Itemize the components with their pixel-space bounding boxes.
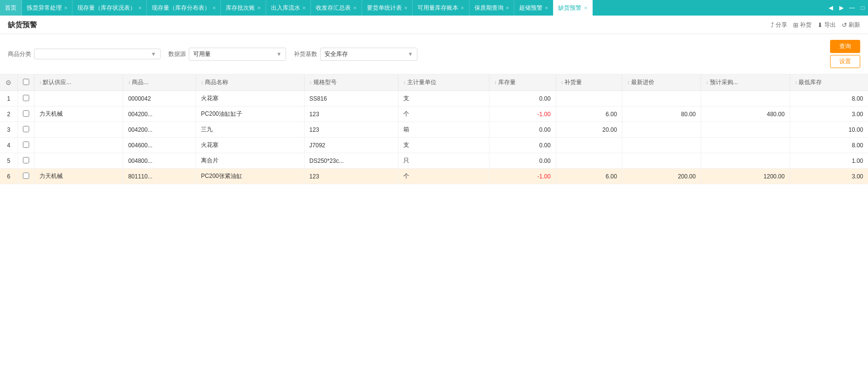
tab-requisition[interactable]: 要货单统计表 × — [362, 0, 413, 16]
tab-overstock-close[interactable]: × — [545, 5, 548, 11]
tab-available-ledger[interactable]: 可用量库存账本 × — [413, 0, 469, 16]
gear-icon[interactable]: ⚙ — [5, 79, 12, 87]
filter-actions: 查询 设置 — [830, 40, 860, 68]
cell-supplier-6: 力天机械 — [34, 169, 123, 184]
window-minimize[interactable]: — — [847, 0, 857, 16]
cell-inventory-1: 0.00 — [489, 91, 556, 106]
tab-nav-next[interactable]: ▶ — [836, 0, 847, 16]
tab-batch-account-close[interactable]: × — [257, 5, 260, 11]
tab-inventory-status-close[interactable]: × — [138, 5, 141, 11]
tab-inventory-dist[interactable]: 现存量（库存分布表） × — [147, 0, 221, 16]
refresh-button[interactable]: ↺ 刷新 — [842, 21, 860, 29]
cell-inventory-5: 0.00 — [489, 153, 556, 169]
tab-overstock[interactable]: 超储预警 × — [514, 0, 553, 16]
data-table: ⚙ 默认供应... 商品... 商品名称 规格型号 — [0, 74, 868, 184]
tab-inventory-status[interactable]: 现存量（库存状况表） × — [72, 0, 146, 16]
cell-latest-price-5 — [622, 153, 701, 169]
th-replenish-qty[interactable]: 补货量 — [556, 74, 622, 91]
row-check-4 — [18, 138, 34, 153]
cell-inventory-6: -1.00 — [489, 169, 556, 184]
query-button[interactable]: 查询 — [830, 40, 860, 53]
select-all-checkbox[interactable] — [23, 79, 29, 85]
replenish-icon: ⊞ — [793, 21, 798, 29]
cell-inventory-2: -1.00 — [489, 106, 556, 122]
row-checkbox-6[interactable] — [23, 173, 29, 179]
tab-collect-summary-close[interactable]: × — [353, 5, 356, 11]
cell-latest-price-1 — [622, 91, 701, 106]
row-checkbox-2[interactable] — [23, 110, 29, 117]
page-header: 缺货预警 ⤴ 分享 ⊞ 补货 ⬇ 导出 ↺ 刷新 — [0, 16, 868, 34]
cell-inventory-3: 0.00 — [489, 122, 556, 138]
cell-product-code-3: 004200... — [123, 122, 196, 138]
th-product-name[interactable]: 商品名称 — [196, 74, 305, 91]
tab-exception-close[interactable]: × — [64, 5, 67, 11]
tab-exception[interactable]: 拣货异常处理 × — [22, 0, 72, 16]
th-unit[interactable]: 主计量单位 — [398, 74, 489, 91]
tab-collect-summary[interactable]: 收发存汇总表 × — [311, 0, 362, 16]
tab-expiry-close[interactable]: × — [506, 5, 509, 11]
row-checkbox-4[interactable] — [23, 141, 29, 148]
cell-product-name-3: 三九 — [196, 122, 305, 138]
table-header-row: ⚙ 默认供应... 商品... 商品名称 规格型号 — [0, 74, 868, 91]
row-checkbox-5[interactable] — [23, 157, 29, 163]
row-num-2: 2 — [0, 106, 18, 122]
replenish-base-select[interactable]: 安全库存 ▼ — [320, 48, 417, 61]
header-actions: ⤴ 分享 ⊞ 补货 ⬇ 导出 ↺ 刷新 — [771, 21, 860, 29]
cell-supplier-4 — [34, 138, 123, 153]
settings-button[interactable]: 设置 — [830, 55, 860, 68]
cell-spec-1: SS816 — [304, 91, 398, 106]
filter-area: 商品分类 ▼ 数据源 可用量 ▼ 补货基数 安全库存 ▼ 查询 设置 — [0, 34, 868, 74]
replenish-button[interactable]: ⊞ 补货 — [793, 21, 812, 29]
tab-inout-flow[interactable]: 出入库流水 × — [266, 0, 311, 16]
tab-inventory-dist-close[interactable]: × — [213, 5, 216, 11]
cell-product-name-4: 火花塞 — [196, 138, 305, 153]
cell-min-inventory-1: 8.00 — [790, 91, 868, 106]
th-inventory[interactable]: 库存量 — [489, 74, 556, 91]
row-check-2 — [18, 106, 34, 122]
cell-latest-price-3 — [622, 122, 701, 138]
row-checkbox-1[interactable] — [23, 95, 29, 101]
category-select[interactable]: ▼ — [34, 49, 161, 59]
row-checkbox-3[interactable] — [23, 126, 29, 132]
cell-supplier-5 — [34, 153, 123, 169]
export-button[interactable]: ⬇ 导出 — [817, 21, 836, 29]
cell-inventory-4: 0.00 — [489, 138, 556, 153]
cell-replenish-qty-5 — [556, 153, 622, 169]
tab-batch-account[interactable]: 库存批次账 × — [221, 0, 266, 16]
tab-home[interactable]: 首页 — [0, 0, 22, 16]
th-product-code[interactable]: 商品... — [123, 74, 196, 91]
window-maximize[interactable]: □ — [857, 0, 868, 16]
share-button[interactable]: ⤴ 分享 — [771, 21, 787, 29]
tab-inout-flow-close[interactable]: × — [303, 5, 306, 11]
th-check — [18, 74, 34, 91]
th-est-purchase[interactable]: 预计采购... — [701, 74, 790, 91]
cell-unit-5: 只 — [398, 153, 489, 169]
tab-nav-prev[interactable]: ◀ — [825, 0, 836, 16]
cell-unit-3: 箱 — [398, 122, 489, 138]
row-num-1: 1 — [0, 91, 18, 106]
th-gear: ⚙ — [0, 74, 18, 91]
datasource-select[interactable]: 可用量 ▼ — [189, 48, 286, 61]
cell-supplier-2: 力天机械 — [34, 106, 123, 122]
replenish-base-filter-group: 补货基数 安全库存 ▼ — [294, 48, 417, 61]
cell-min-inventory-2: 3.00 — [790, 106, 868, 122]
cell-latest-price-4 — [622, 138, 701, 153]
th-latest-price[interactable]: 最新进价 — [622, 74, 701, 91]
th-supplier[interactable]: 默认供应... — [34, 74, 123, 91]
category-label: 商品分类 — [8, 50, 31, 58]
table-row: 2 力天机械 004200... PC200油缸缸子 123 个 -1.00 6… — [0, 106, 868, 122]
datasource-value: 可用量 — [193, 50, 211, 58]
tab-expiry[interactable]: 保质期查询 × — [470, 0, 514, 16]
tab-available-ledger-close[interactable]: × — [461, 5, 464, 11]
datasource-filter-group: 数据源 可用量 ▼ — [168, 48, 286, 61]
tab-shortage[interactable]: 缺货预警 × — [553, 0, 592, 16]
th-min-inventory[interactable]: 最低库存 — [790, 74, 868, 91]
th-spec[interactable]: 规格型号 — [304, 74, 398, 91]
tab-shortage-close[interactable]: × — [584, 5, 587, 11]
replenish-base-arrow-icon: ▼ — [408, 51, 413, 57]
row-num-6: 6 — [0, 169, 18, 184]
tab-requisition-close[interactable]: × — [404, 5, 407, 11]
table-row: 1 0000042 火花塞 SS816 支 0.00 — [0, 91, 868, 106]
cell-spec-3: 123 — [304, 122, 398, 138]
table-row: 5 004800... 离合片 DS250*23c... 只 0.00 — [0, 153, 868, 169]
